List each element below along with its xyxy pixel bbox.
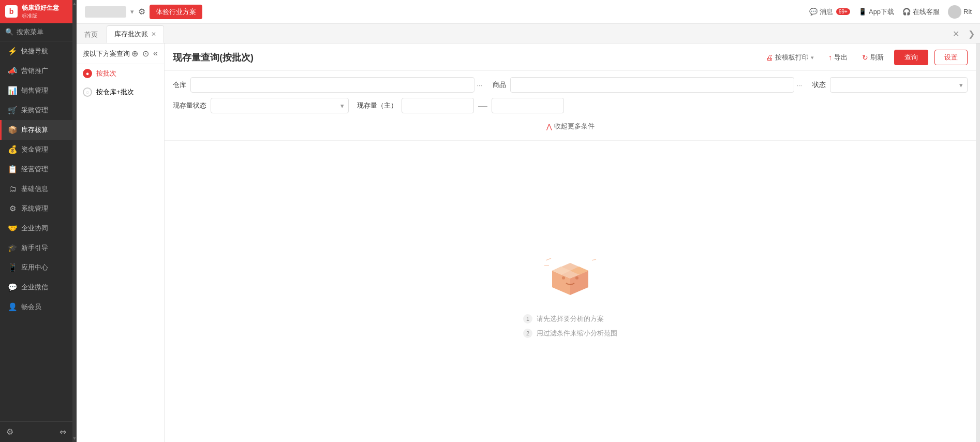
app-download-icon: 📱	[858, 8, 867, 16]
sidebar-item-purchase[interactable]: 🛒 采购管理	[0, 100, 72, 120]
status-select[interactable]: ▾	[830, 77, 968, 93]
stock-status-label: 现存量状态	[173, 101, 206, 110]
sidebar-item-system[interactable]: ⚙ 系统管理	[0, 199, 72, 218]
sidebar-item-finance[interactable]: 💰 资金管理	[0, 140, 72, 159]
print-btn[interactable]: 🖨 按模板打印 ▾	[762, 51, 818, 64]
empty-tip-2: 2 用过滤条件来缩小分析范围	[523, 329, 617, 338]
set-button[interactable]: 设置	[934, 50, 968, 65]
empty-state: 1 请先选择要分析的方案 2 用过滤条件来缩小分析范围	[165, 141, 976, 442]
topbar-brand-placeholder	[85, 6, 126, 18]
empty-illustration	[542, 245, 599, 302]
left-panel: 按以下方案查询 ⊕ ⊙ « ● 按批次 ○ 按仓库+批次	[77, 43, 165, 442]
sidebar-item-inventory[interactable]: 📦 库存核算	[0, 120, 72, 140]
print-dropdown-icon[interactable]: ▾	[811, 54, 814, 61]
app-download-action[interactable]: 📱 App下载	[858, 7, 894, 17]
warehouse-label: 仓库	[173, 80, 186, 90]
warehouse-input[interactable]	[190, 77, 474, 93]
right-panel: 现存量查询(按批次) 🖨 按模板打印 ▾ ↑ 导出 ↻ 刷新	[165, 43, 976, 442]
operations-icon: 📋	[8, 165, 17, 174]
right-scrollbar-track	[976, 43, 980, 442]
purchase-icon: 🛒	[8, 106, 17, 115]
empty-tip-1: 1 请先选择要分析的方案	[523, 314, 617, 323]
goods-label: 商品	[493, 80, 506, 90]
logo-icon: b	[5, 5, 18, 18]
tab-bar: 首页 库存批次账 ✕ ✕ ❯	[77, 24, 980, 43]
topbar-right: 💬 消息 99+ 📱 App下载 🎧 在线客服 Rit	[809, 5, 972, 19]
sidebar-item-operations[interactable]: 📋 经营管理	[0, 159, 72, 179]
stock-qty-max-input[interactable]	[492, 98, 564, 113]
print-icon: 🖨	[766, 53, 773, 62]
svg-line-9	[592, 259, 596, 260]
sidebar-item-quick-nav[interactable]: ⚡ 快捷导航	[0, 41, 72, 61]
experience-btn[interactable]: 体验行业方案	[150, 5, 202, 19]
sidebar-nav: ⚡ 快捷导航 📣 营销推广 📊 销售管理 🛒 采购管理 📦 库存核算 💰 资金管…	[0, 41, 72, 421]
tab-bar-close-icon[interactable]: ✕	[953, 28, 959, 38]
settings-plan-icon[interactable]: ⊙	[142, 49, 149, 58]
collapse-panel-icon[interactable]: «	[153, 49, 158, 58]
filter-row-2: 现存量状态 ▾ 现存量（主） —	[173, 98, 968, 113]
tab-inventory-batch[interactable]: 库存批次账 ✕	[107, 25, 164, 43]
page-title-bar: 现存量查询(按批次) 🖨 按模板打印 ▾ ↑ 导出 ↻ 刷新	[165, 43, 976, 71]
query-button[interactable]: 查询	[894, 50, 928, 65]
sidebar-item-collab[interactable]: 🤝 企业协同	[0, 218, 72, 238]
sidebar-item-vip[interactable]: 👤 畅会员	[0, 297, 72, 317]
sidebar-item-enterprise-wechat[interactable]: 💬 企业微信	[0, 277, 72, 297]
sidebar-item-new-user[interactable]: 🎓 新手引导	[0, 238, 72, 258]
sidebar: b 畅康通好生意 标准版 🔍 搜索菜单 ⚡ 快捷导航 📣 营销推广 📊 销售管理…	[0, 0, 72, 442]
empty-tips: 1 请先选择要分析的方案 2 用过滤条件来缩小分析范围	[523, 314, 617, 338]
message-icon: 💬	[809, 8, 818, 16]
page-title: 现存量查询(按批次)	[173, 51, 254, 64]
filter-area: 仓库 ··· 商品 ··· 状态 ▾	[165, 71, 976, 141]
sidebar-search[interactable]: 🔍 搜索菜单	[0, 23, 72, 41]
topbar-gear-icon[interactable]: ⚙	[138, 7, 145, 17]
user-avatar	[948, 5, 961, 19]
refresh-icon: ↻	[862, 53, 868, 62]
tab-home[interactable]: 首页	[77, 25, 106, 43]
quick-nav-icon: ⚡	[8, 47, 17, 56]
sidebar-item-app-center[interactable]: 📱 应用中心	[0, 258, 72, 277]
basic-info-icon: 🗂	[8, 184, 17, 194]
vip-icon: 👤	[8, 302, 17, 312]
user-profile[interactable]: Rit	[948, 5, 972, 19]
tip-num-2: 2	[523, 329, 532, 338]
page-title-actions: 🖨 按模板打印 ▾ ↑ 导出 ↻ 刷新 查询 设置	[762, 50, 968, 65]
export-btn[interactable]: ↑ 导出	[824, 51, 852, 64]
settings-gear-icon[interactable]: ⚙	[6, 427, 13, 437]
sidebar-item-marketing[interactable]: 📣 营销推广	[0, 61, 72, 81]
warehouse-more-btn[interactable]: ···	[474, 81, 484, 89]
svg-line-7	[546, 258, 551, 260]
sidebar-header: b 畅康通好生意 标准版	[0, 0, 72, 23]
stock-status-select[interactable]: ▾	[211, 98, 349, 113]
collapse-sidebar-icon[interactable]: ⇔	[60, 427, 66, 437]
plan-dot-inactive: ○	[83, 87, 92, 97]
app-center-icon: 📱	[8, 263, 17, 272]
online-service-action[interactable]: 🎧 在线客服	[902, 7, 940, 17]
collapse-icon: ⋀	[546, 123, 552, 130]
sidebar-item-sales[interactable]: 📊 销售管理	[0, 81, 72, 100]
plan-item-batch[interactable]: ● 按批次	[77, 64, 164, 83]
plan-item-warehouse-batch[interactable]: ○ 按仓库+批次	[77, 83, 164, 101]
message-action[interactable]: 💬 消息 99+	[809, 7, 850, 17]
status-filter-group: 状态 ▾	[812, 77, 968, 93]
message-badge: 99+	[836, 8, 850, 15]
stock-status-dropdown-icon: ▾	[340, 102, 344, 110]
refresh-btn[interactable]: ↻ 刷新	[858, 51, 888, 64]
svg-point-5	[562, 276, 565, 279]
wechat-icon: 💬	[8, 283, 17, 292]
new-user-icon: 🎓	[8, 243, 17, 253]
stock-qty-min-input[interactable]	[402, 98, 474, 113]
topbar-dropdown-icon[interactable]: ▾	[130, 8, 134, 16]
tab-bar-right-icon[interactable]: ❯	[968, 28, 975, 38]
filter-collapse[interactable]: ⋀ 收起更多条件	[173, 119, 968, 134]
marketing-icon: 📣	[8, 66, 17, 76]
add-plan-icon[interactable]: ⊕	[131, 49, 138, 58]
goods-more-btn[interactable]: ···	[794, 81, 804, 89]
page-content: 按以下方案查询 ⊕ ⊙ « ● 按批次 ○ 按仓库+批次 现存量查询(按批次)	[77, 43, 980, 442]
stock-qty-filter-group: 现存量（主） —	[357, 98, 574, 113]
sidebar-item-basic-info[interactable]: 🗂 基础信息	[0, 179, 72, 199]
goods-input[interactable]	[510, 77, 794, 93]
finance-icon: 💰	[8, 145, 17, 154]
tab-close-icon[interactable]: ✕	[151, 31, 156, 38]
sidebar-scrollbar: ▲ ▼	[72, 0, 77, 442]
system-icon: ⚙	[8, 204, 17, 213]
